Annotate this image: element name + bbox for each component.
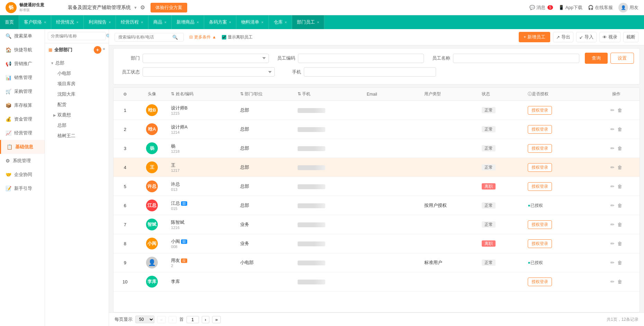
dept-item-小电部[interactable]: 小电部 bbox=[45, 68, 109, 79]
nav-tab-仓库[interactable]: 仓库× bbox=[269, 15, 292, 29]
sidebar-item-基础信息[interactable]: 📋基础信息 bbox=[0, 140, 45, 154]
nav-tab-新增商品[interactable]: 新增商品× bbox=[172, 15, 204, 29]
export-btn[interactable]: ↗ 导出 bbox=[553, 32, 573, 42]
nav-tab-条码方案[interactable]: 条码方案× bbox=[204, 15, 236, 29]
auth-login-btn[interactable]: 授权登录 bbox=[528, 163, 552, 172]
import-btn[interactable]: ↙ 导入 bbox=[576, 32, 597, 42]
gear-button[interactable]: ⚙ bbox=[137, 4, 148, 11]
sys-title[interactable]: 装备及固定资产辅助管理系统 ▼ bbox=[61, 5, 137, 11]
dept-item-总部[interactable]: ▼总部 bbox=[45, 58, 109, 68]
delete-icon[interactable]: 🗑 bbox=[617, 107, 622, 113]
edit-icon[interactable]: ✏ bbox=[610, 222, 615, 227]
sidebar-item-营销推广[interactable]: 📢营销推广 bbox=[0, 57, 45, 71]
tab-close-icon[interactable]: × bbox=[44, 20, 46, 24]
auth-login-btn[interactable]: 授权登录 bbox=[528, 220, 552, 229]
tab-close-icon[interactable]: × bbox=[261, 20, 263, 24]
dept-item-项目库房[interactable]: 项目库房 bbox=[45, 79, 109, 89]
dept-item-总部[interactable]: 总部 bbox=[45, 120, 109, 131]
filter-dept-select[interactable] bbox=[143, 54, 269, 63]
delete-icon[interactable]: 🗑 bbox=[617, 203, 622, 208]
sidebar-item-采购管理[interactable]: 🛒采购管理 bbox=[0, 85, 45, 98]
last-page-btn[interactable]: » bbox=[212, 316, 221, 323]
th-settings[interactable]: ⚙ bbox=[114, 88, 137, 101]
more-filter-btn[interactable]: ⊟ 更多条件 ▲ bbox=[187, 33, 219, 42]
filter-status-select[interactable] bbox=[143, 67, 275, 77]
tab-close-icon[interactable]: × bbox=[109, 20, 111, 24]
sidebar-item-库存核算[interactable]: 📦库存核算 bbox=[0, 98, 45, 112]
trial-btn[interactable]: 体验行业方案 bbox=[151, 3, 187, 12]
delete-icon[interactable]: 🗑 bbox=[617, 260, 622, 265]
nav-tab-利润报告[interactable]: 利润报告× bbox=[84, 15, 116, 29]
show-resigned-checkbox[interactable] bbox=[222, 35, 226, 39]
add-employee-btn[interactable]: + 新增员工 bbox=[519, 32, 550, 42]
sidebar-item-新手引导[interactable]: 📝新手引导 bbox=[0, 182, 45, 195]
nav-tab-客户联络[interactable]: 客户联络× bbox=[19, 15, 51, 29]
tab-close-icon[interactable]: × bbox=[141, 20, 143, 24]
delete-icon[interactable]: 🗑 bbox=[617, 279, 622, 284]
filter-phone-input[interactable] bbox=[304, 67, 436, 77]
user-action[interactable]: 👤 用友 bbox=[618, 3, 638, 12]
tab-close-icon[interactable]: × bbox=[285, 20, 287, 24]
edit-icon[interactable]: ✏ bbox=[610, 126, 615, 132]
nav-tab-物料清单[interactable]: 物料清单× bbox=[236, 15, 269, 29]
tab-close-icon[interactable]: × bbox=[317, 20, 319, 24]
auth-login-btn[interactable]: 授权登录 bbox=[528, 144, 552, 153]
sidebar-item-经营管理[interactable]: 📈经营管理 bbox=[0, 126, 45, 140]
auth-login-btn[interactable]: 授权登录 bbox=[528, 106, 552, 115]
edit-icon[interactable]: ✏ bbox=[610, 241, 615, 246]
message-action[interactable]: 💬 消息 5 bbox=[529, 5, 553, 11]
first-page-btn[interactable]: « bbox=[157, 316, 166, 323]
nav-tab-首页[interactable]: 首页 bbox=[0, 15, 19, 29]
nav-tab-部门员工[interactable]: 部门员工× bbox=[292, 15, 324, 29]
more-btn[interactable]: 截断 bbox=[623, 32, 638, 42]
auth-login-btn[interactable]: 授权登录 bbox=[528, 182, 552, 191]
auth-login-btn[interactable]: 授权登录 bbox=[528, 125, 552, 134]
app-download-action[interactable]: 📱 App下载 bbox=[559, 5, 582, 11]
th-name[interactable]: ⇅ 姓名/编码 bbox=[167, 88, 237, 101]
page-size-select[interactable]: 50 100 bbox=[135, 316, 154, 323]
sidebar-item-快捷导航[interactable]: 🏠快捷导航 bbox=[0, 43, 45, 57]
sidebar-item-搜索菜单[interactable]: 🔍搜索菜单 bbox=[0, 29, 45, 43]
page-input[interactable] bbox=[187, 316, 199, 323]
sidebar-item-资金管理[interactable]: 💰资金管理 bbox=[0, 112, 45, 126]
edit-icon[interactable]: ✏ bbox=[610, 260, 615, 265]
tab-close-icon[interactable]: × bbox=[164, 20, 166, 24]
prev-page-btn[interactable]: ‹ bbox=[169, 316, 176, 323]
dept-add-btn[interactable]: + bbox=[94, 46, 101, 54]
online-service-action[interactable]: 🎧 在线客服 bbox=[588, 5, 613, 11]
delete-icon[interactable]: 🗑 bbox=[617, 222, 622, 227]
view-btn[interactable]: 👁 视录 bbox=[599, 32, 620, 42]
nav-tab-经营情况[interactable]: 经营情况× bbox=[51, 15, 83, 29]
dept-item-配货[interactable]: 配货 bbox=[45, 99, 109, 110]
th-phone[interactable]: ⇅ 手机 bbox=[294, 88, 363, 101]
auth-login-btn[interactable]: 授权登录 bbox=[528, 239, 552, 248]
filter-empcode-input[interactable] bbox=[298, 54, 424, 63]
delete-icon[interactable]: 🗑 bbox=[617, 126, 622, 132]
edit-icon[interactable]: ✏ bbox=[610, 203, 615, 208]
sidebar-item-系统管理[interactable]: ⚙系统管理 bbox=[0, 154, 45, 168]
nav-tab-经营历程[interactable]: 经营历程× bbox=[116, 15, 148, 29]
dept-search-input[interactable] bbox=[48, 32, 106, 40]
dept-collapse-btn[interactable]: « bbox=[103, 46, 105, 54]
sidebar-item-企业协同[interactable]: 🤝企业协同 bbox=[0, 168, 45, 182]
filter-empname-input[interactable] bbox=[453, 54, 579, 63]
nav-tab-商品[interactable]: 商品× bbox=[148, 15, 172, 29]
sidebar-item-销售管理[interactable]: 📊销售管理 bbox=[0, 71, 45, 85]
delete-icon[interactable]: 🗑 bbox=[617, 146, 622, 151]
edit-icon[interactable]: ✏ bbox=[610, 146, 615, 151]
dept-item-沈阳大库[interactable]: 沈阳大库 bbox=[45, 89, 109, 99]
tab-close-icon[interactable]: × bbox=[76, 20, 78, 24]
delete-icon[interactable]: 🗑 bbox=[617, 165, 622, 170]
edit-icon[interactable]: ✏ bbox=[610, 279, 615, 284]
dept-item-双鹿想[interactable]: ▶双鹿想 bbox=[45, 110, 109, 120]
tab-close-icon[interactable]: × bbox=[197, 20, 199, 24]
set-btn[interactable]: 设置 bbox=[610, 53, 634, 64]
dept-item-植树王二[interactable]: 植树王二 bbox=[45, 131, 109, 141]
tab-close-icon[interactable]: × bbox=[229, 20, 231, 24]
query-btn[interactable]: 查询 bbox=[585, 53, 608, 64]
delete-icon[interactable]: 🗑 bbox=[617, 184, 622, 189]
next-page-btn[interactable]: › bbox=[202, 316, 209, 323]
search-input[interactable] bbox=[118, 35, 170, 39]
edit-icon[interactable]: ✏ bbox=[610, 107, 615, 113]
auth-login-btn[interactable]: 授权登录 bbox=[528, 277, 552, 286]
